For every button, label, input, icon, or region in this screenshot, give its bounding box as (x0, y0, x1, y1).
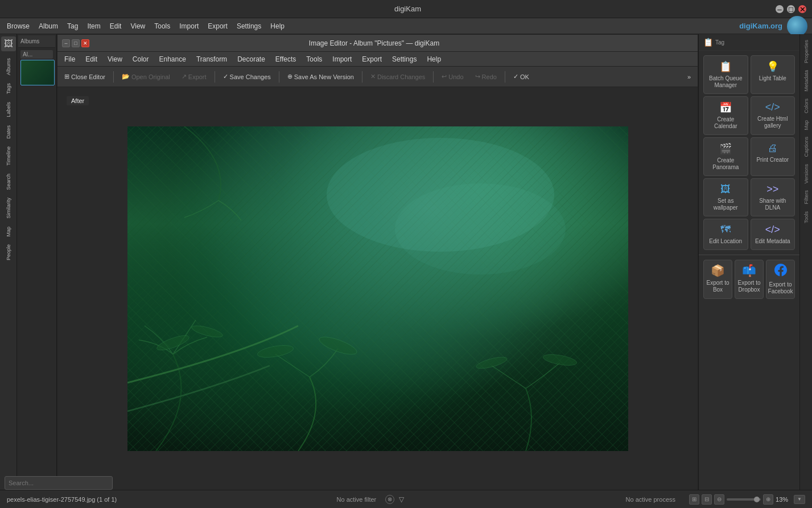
export-facebook-button[interactable]: Export to Facebook (766, 260, 795, 299)
batch-queue-button[interactable]: 📋 Batch Queue Manager (703, 55, 748, 94)
editor-menu-effects[interactable]: Effects (271, 54, 300, 65)
print-creator-icon: 🖨 (768, 142, 778, 154)
editor-menu-export[interactable]: Export (357, 54, 386, 65)
menu-browse[interactable]: Browse (2, 21, 34, 32)
sidebar-item-people[interactable]: People (4, 241, 13, 264)
menu-album[interactable]: Album (34, 21, 63, 32)
menu-item[interactable]: Item (83, 21, 105, 32)
sidebar-item-albums[interactable]: Albums (4, 55, 13, 79)
bottom-zoom-controls: ⊞ ⊟ ⊖ ⊕ 13% ▼ (689, 494, 805, 505)
album-item[interactable]: Al... (20, 50, 53, 59)
save-changes-button[interactable]: ✓ Save Changes (219, 71, 275, 82)
fern-svg (127, 126, 628, 451)
image-canvas[interactable]: After (57, 87, 698, 490)
vert-tab-colors[interactable]: Colors (802, 95, 810, 117)
open-original-button[interactable]: 📂 Open Original (117, 71, 175, 82)
bottom-zoom-percent: 13% (776, 496, 792, 503)
editor-menu-view[interactable]: View (103, 54, 127, 65)
export-dropbox-button[interactable]: 📫 Export to Dropbox (735, 260, 764, 299)
menu-settings[interactable]: Settings (232, 21, 266, 32)
editor-titlebar: – □ ✕ Image Editor - Album "Pictures" — … (57, 35, 698, 52)
vert-tab-map[interactable]: Map (802, 117, 810, 134)
close-button[interactable]: ✕ (798, 5, 806, 13)
editor-menu-decorate[interactable]: Decorate (233, 54, 270, 65)
save-icon: ✓ (223, 73, 228, 80)
title-bar: digiKam – □ ✕ (0, 0, 812, 18)
bottom-zoom-icon2[interactable]: ⊟ (702, 494, 712, 505)
search-input[interactable] (5, 476, 113, 490)
editor-menu-color[interactable]: Color (128, 54, 154, 65)
menu-tag[interactable]: Tag (63, 21, 83, 32)
filter-icon[interactable]: ⊗ (385, 495, 394, 504)
close-editor-button[interactable]: ⊞ Close Editor (60, 71, 110, 82)
right-vert-sidebar: Properties Metadata Colors Map Captions … (799, 34, 812, 508)
menu-view[interactable]: View (126, 21, 150, 32)
editor-menu-tools[interactable]: Tools (302, 54, 327, 65)
editor-close-button[interactable]: ✕ (81, 39, 89, 47)
ok-button[interactable]: ✓ OK (509, 71, 534, 82)
vert-tab-filters[interactable]: Filters (802, 187, 810, 208)
menu-export[interactable]: Export (203, 21, 232, 32)
edit-metadata-icon: </> (765, 224, 780, 236)
editor-menu-import[interactable]: Import (328, 54, 356, 65)
editor-menu-file[interactable]: File (60, 54, 80, 65)
sidebar-item-tags[interactable]: Tags (4, 80, 13, 97)
minimize-button[interactable]: – (776, 5, 784, 13)
save-new-version-button[interactable]: ⊕ Save As New Version (283, 71, 358, 82)
vert-tab-properties[interactable]: Properties (802, 36, 810, 67)
maximize-button[interactable]: □ (787, 5, 795, 13)
save-new-version-icon: ⊕ (287, 73, 292, 80)
export-dropbox-icon: 📫 (742, 264, 756, 277)
export-box-button[interactable]: 📦 Export to Box (703, 260, 732, 299)
more-options-button[interactable]: » (683, 72, 695, 82)
svg-point-3 (317, 334, 358, 358)
menu-help[interactable]: Help (266, 21, 289, 32)
undo-button[interactable]: ↩ Undo (437, 71, 468, 82)
menu-edit[interactable]: Edit (105, 21, 126, 32)
sidebar-item-similarity[interactable]: Similarity (4, 194, 13, 222)
export-button[interactable]: ↗ Export (177, 71, 211, 82)
discard-changes-button[interactable]: ✕ Discard Changes (366, 71, 430, 82)
editor-menu-enhance[interactable]: Enhance (155, 54, 191, 65)
bottom-zoom-icon1[interactable]: ⊞ (689, 494, 699, 505)
editor-minimize-button[interactable]: – (62, 39, 70, 47)
vert-tab-captions[interactable]: Captions (802, 133, 810, 161)
bottom-zoom-slider[interactable] (727, 498, 761, 501)
sidebar-item-search[interactable]: Search (4, 170, 13, 194)
light-table-button[interactable]: 💡 Light Table (751, 55, 795, 94)
edit-location-button[interactable]: 🗺 Edit Location (703, 219, 748, 250)
dlna-button[interactable]: >> Share with DLNA (751, 178, 795, 216)
toolbar-separator-2 (215, 71, 215, 83)
bottom-zoom-icon3[interactable]: ⊖ (714, 494, 724, 505)
bottom-zoom-dropdown[interactable]: ▼ (794, 495, 805, 504)
forest-image (127, 126, 628, 451)
editor-menu-edit[interactable]: Edit (81, 54, 102, 65)
edit-metadata-button[interactable]: </> Edit Metadata (751, 219, 795, 250)
svg-point-5 (542, 353, 578, 367)
sidebar-item-labels[interactable]: Labels (4, 99, 13, 121)
wallpaper-button[interactable]: 🖼 Set as wallpaper (703, 178, 748, 216)
vert-tab-metadata[interactable]: Metadata (802, 67, 810, 95)
create-html-button[interactable]: </> Create Html gallery (751, 96, 795, 135)
bottom-zoom-icon4[interactable]: ⊕ (763, 494, 773, 505)
sidebar-item-map[interactable]: Map (4, 223, 13, 240)
vert-tab-versions[interactable]: Versions (802, 161, 810, 187)
menu-import[interactable]: Import (175, 21, 203, 32)
editor-title: Image Editor - Album "Pictures" — digiKa… (89, 39, 659, 47)
thumbnail-item[interactable] (20, 60, 55, 85)
filter-down-icon[interactable]: ▽ (397, 495, 406, 504)
create-calendar-button[interactable]: 📅 Create Calendar (703, 96, 748, 135)
redo-button[interactable]: ↪ Redo (471, 71, 501, 82)
editor-menu-transform[interactable]: Transform (192, 54, 232, 65)
print-creator-button[interactable]: 🖨 Print Creator (751, 137, 795, 176)
sidebar-item-timeline[interactable]: Timeline (4, 143, 13, 169)
vert-tab-tools[interactable]: Tools (802, 208, 810, 227)
create-panorama-button[interactable]: 🎬 Create Panorama (703, 137, 748, 176)
digikam-logo: digiKam.org (739, 22, 782, 30)
menu-tools[interactable]: Tools (150, 21, 175, 32)
editor-menu-help[interactable]: Help (422, 54, 446, 65)
editor-menu-settings[interactable]: Settings (388, 54, 421, 65)
sidebar-item-dates[interactable]: Dates (4, 122, 13, 142)
discard-icon: ✕ (370, 73, 376, 80)
editor-maximize-button[interactable]: □ (72, 39, 80, 47)
